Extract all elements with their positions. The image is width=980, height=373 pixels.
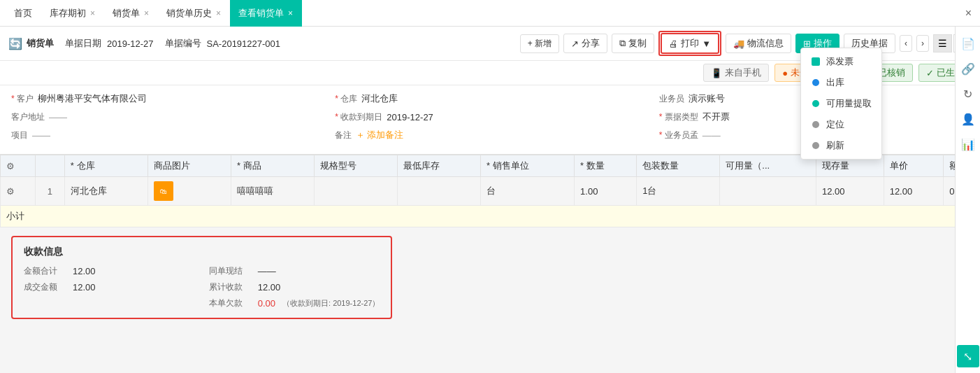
- logistics-button[interactable]: 🚚 物流信息: [726, 34, 791, 53]
- print-highlight: 🖨 打印 ▼: [658, 31, 721, 56]
- dropdown-add-invoice[interactable]: 添发票: [801, 51, 881, 72]
- deal-amount-label: 成交金额: [24, 281, 66, 293]
- sidebar-chart-icon[interactable]: 📊: [957, 133, 979, 155]
- share-button[interactable]: ↗ 分享: [563, 34, 607, 53]
- note-label: 备注: [335, 129, 352, 141]
- tab-bar: 首页 库存期初 × 销货单 × 销货单历史 × 查看销货单 × ×: [0, 0, 980, 27]
- rownum-col-header: [36, 155, 65, 177]
- row-warehouse: 河北仓库: [64, 177, 147, 206]
- dropdown-outbound[interactable]: 出库: [801, 72, 881, 93]
- from-phone-button[interactable]: 📱 来自手机: [703, 64, 769, 82]
- due-label: 本单欠款: [209, 297, 251, 309]
- total-value: 12.00: [73, 266, 96, 276]
- table-row: ⚙ 1 河北仓库 🛍 嘻嘻嘻嘻 台 1.00 1台 12.00 12.00 0.: [1, 177, 980, 206]
- list-view-button[interactable]: ☰: [933, 34, 952, 52]
- product-table-container: ⚙ * 仓库 商品图片 * 商品 规格型号 最低库存 * 销售单位 * 数量 包…: [0, 154, 980, 227]
- doc-header-right: + 新增 ↗ 分享 ⧉ 复制 🖨 打印 ▼ 🚚 物流信息 ⊞ 操作 历史单据 ‹: [520, 31, 972, 56]
- gear-col-header[interactable]: ⚙: [1, 155, 36, 177]
- tab-inventory[interactable]: 库存期初 ×: [41, 0, 104, 27]
- row-available: [720, 177, 816, 206]
- close-tab-inventory[interactable]: ×: [90, 8, 95, 18]
- copy-button[interactable]: ⧉ 复制: [612, 34, 654, 53]
- operation-dropdown: 添发票 出库 可用量提取 定位 刷新: [800, 48, 882, 160]
- date-value: 2019-12-27: [107, 38, 154, 49]
- row-settings-icon[interactable]: ⚙: [6, 186, 15, 197]
- add-note-button[interactable]: ＋ 添加备注: [356, 129, 403, 141]
- ticket-icon: ●: [782, 68, 788, 78]
- doc-meta: 单据日期 2019-12-27: [65, 37, 154, 50]
- outbound-icon: [811, 78, 821, 87]
- close-tab-sales-history[interactable]: ×: [216, 8, 221, 18]
- due-note: （收款到期日: 2019-12-27）: [282, 298, 380, 309]
- unit-price-col-header: 单价: [884, 155, 943, 177]
- pack-qty-col-header: 包装数量: [637, 155, 720, 177]
- product-col-header: * 商品: [231, 155, 314, 177]
- warehouse-field: 仓库 河北仓库: [335, 92, 644, 105]
- row-quantity: 1.00: [575, 177, 637, 206]
- row-product: 嘻嘻嘻嘻: [231, 177, 314, 206]
- print-dropdown-arrow: ▼: [702, 38, 711, 49]
- payment-info: 收款信息 金额合计 12.00 同单现结 —— 成交金额 12.00 累计收款 …: [11, 236, 392, 319]
- payment-title: 收款信息: [24, 246, 380, 258]
- row-number: 1: [36, 177, 65, 206]
- no-label: 单据编号: [165, 37, 201, 50]
- tab-sales[interactable]: 销货单 ×: [104, 0, 158, 27]
- customer-value: 柳州粤港平安气体有限公司: [38, 92, 147, 105]
- product-table: ⚙ * 仓库 商品图片 * 商品 规格型号 最低库存 * 销售单位 * 数量 包…: [0, 155, 980, 227]
- same-order-value: ——: [258, 266, 276, 276]
- settings-icon[interactable]: ⚙: [6, 161, 15, 171]
- date-label: 单据日期: [65, 37, 101, 50]
- locate-icon: [811, 120, 821, 129]
- min-stock-col-header: 最低库存: [398, 155, 481, 177]
- spec-col-header: 规格型号: [314, 155, 397, 177]
- doc-header-left: 🔄 销货单 单据日期 2019-12-27 单据编号 SA-20191227-0…: [8, 37, 280, 50]
- project-label: 项目: [11, 129, 28, 141]
- doc-icon: 🔄: [8, 37, 22, 50]
- row-gear[interactable]: ⚙: [1, 177, 36, 206]
- tab-sales-history[interactable]: 销货单历史 ×: [158, 0, 230, 27]
- close-tab-sales[interactable]: ×: [144, 8, 149, 18]
- staff-value: 演示账号: [689, 92, 725, 105]
- no-value: SA-20191227-001: [207, 38, 281, 49]
- next-button[interactable]: ›: [916, 35, 929, 52]
- staff2-value: ——: [702, 130, 721, 141]
- print-button[interactable]: 🖨 打印 ▼: [661, 33, 719, 54]
- project-field: 项目 ——: [11, 129, 321, 141]
- row-sale-unit: 台: [481, 177, 575, 206]
- due-value: 0.00: [258, 298, 275, 309]
- payment-grid: 金额合计 12.00 同单现结 —— 成交金额 12.00 累计收款 12.00…: [24, 265, 380, 309]
- available-qty-icon: [811, 99, 821, 108]
- dropdown-locate[interactable]: 定位: [801, 114, 881, 135]
- deal-amount-value: 12.00: [73, 282, 96, 293]
- same-order-label: 同单现结: [209, 265, 251, 277]
- product-img-col-header: 商品图片: [147, 155, 231, 177]
- close-tab-view-sales[interactable]: ×: [288, 8, 293, 18]
- prev-button[interactable]: ‹: [900, 35, 912, 52]
- warehouse-col-header: * 仓库: [64, 155, 147, 177]
- cumulative-value: 12.00: [258, 282, 281, 293]
- dropdown-available-qty[interactable]: 可用量提取: [801, 93, 881, 114]
- project-value: ——: [32, 130, 50, 141]
- sidebar-link-icon[interactable]: 🔗: [957, 57, 979, 80]
- sidebar-doc-icon[interactable]: 📄: [957, 32, 979, 55]
- deal-amount-row: 成交金额 12.00: [24, 281, 195, 293]
- row-pack-qty: 1台: [637, 177, 720, 206]
- staff-label: 业务员: [659, 93, 684, 105]
- print-icon: 🖨: [669, 38, 678, 49]
- window-close-button[interactable]: ×: [965, 7, 972, 20]
- sidebar-refresh-icon[interactable]: ↻: [957, 83, 979, 105]
- warehouse-value: 河北仓库: [361, 92, 398, 105]
- logistics-icon: 🚚: [733, 38, 744, 49]
- customer-field: 客户 柳州粤港平安气体有限公司: [11, 92, 321, 105]
- tab-view-sales[interactable]: 查看销货单 ×: [230, 0, 302, 27]
- row-spec: [314, 177, 397, 206]
- phone-icon: 📱: [711, 68, 722, 78]
- sidebar-user-icon[interactable]: 👤: [957, 108, 979, 130]
- bottom-section: 收款信息 金额合计 12.00 同单现结 —— 成交金额 12.00 累计收款 …: [0, 227, 980, 328]
- due-date-label: 收款到期日: [335, 111, 382, 123]
- row-unit-price: 12.00: [884, 177, 943, 206]
- add-invoice-icon: [811, 57, 821, 66]
- dropdown-refresh[interactable]: 刷新: [801, 135, 881, 156]
- tab-home[interactable]: 首页: [6, 0, 41, 27]
- add-button[interactable]: + 新增: [520, 34, 559, 53]
